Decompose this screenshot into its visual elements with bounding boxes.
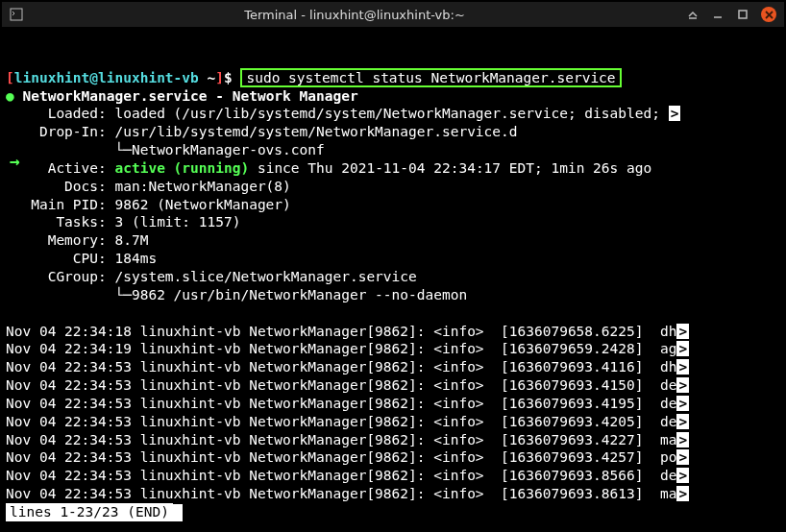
cgroup-line-2: └─9862 /usr/bin/NetworkManager --no-daem… xyxy=(6,287,467,302)
unit-header: NetworkManager.service - Network Manager xyxy=(14,88,358,104)
scroll-right-indicator: > xyxy=(676,359,689,375)
dropin-line-2: └─NetworkManager-ovs.conf xyxy=(6,142,325,157)
docs-line: Docs: man:NetworkManager(8) xyxy=(6,179,291,194)
prompt-open-bracket: [ xyxy=(6,70,14,85)
log-line: Nov 04 22:34:53 linuxhint-vb NetworkMana… xyxy=(6,414,676,429)
pager-status-line: lines 1-23/23 (END) xyxy=(6,503,173,521)
scroll-right-indicator: > xyxy=(676,341,689,356)
log-line: Nov 04 22:34:19 linuxhint-vb NetworkMana… xyxy=(6,341,676,356)
prompt-user-host: linuxhint@linuxhint-vb xyxy=(14,70,199,85)
close-icon[interactable] xyxy=(761,7,776,22)
log-line: Nov 04 22:34:53 linuxhint-vb NetworkMana… xyxy=(6,486,676,501)
cpu-line: CPU: 184ms xyxy=(6,251,157,266)
svg-rect-0 xyxy=(11,9,22,20)
highlighted-command: sudo systemctl status NetworkManager.ser… xyxy=(240,68,621,87)
scroll-right-indicator: > xyxy=(676,324,689,339)
tasks-line: Tasks: 3 (limit: 1157) xyxy=(6,214,240,230)
pager-cursor xyxy=(173,504,183,521)
dropin-line-1: Drop-In: /usr/lib/systemd/system/Network… xyxy=(6,124,518,139)
cgroup-line-1: CGroup: /system.slice/NetworkManager.ser… xyxy=(6,269,417,284)
scroll-right-indicator: > xyxy=(676,377,689,393)
scroll-right-indicator: > xyxy=(676,414,689,429)
scroll-right-indicator: > xyxy=(676,396,689,411)
log-line: Nov 04 22:34:53 linuxhint-vb NetworkMana… xyxy=(6,359,676,375)
log-line: Nov 04 22:34:53 linuxhint-vb NetworkMana… xyxy=(6,432,676,447)
loaded-line: Loaded: loaded (/usr/lib/systemd/system/… xyxy=(6,106,669,121)
scroll-right-indicator: > xyxy=(676,449,689,465)
svg-rect-3 xyxy=(739,11,747,18)
maximize-icon[interactable] xyxy=(736,8,749,21)
prompt-dollar: $ xyxy=(224,70,240,85)
prompt-close-bracket: ] xyxy=(215,70,224,85)
terminal-app-icon xyxy=(10,8,23,21)
window-title: Terminal - linuxhint@linuxhint-vb:~ xyxy=(23,8,686,22)
active-label: Active: xyxy=(6,160,115,176)
active-status-value: active (running) xyxy=(115,160,250,176)
minimize-icon[interactable] xyxy=(711,8,725,21)
active-rest: since Thu 2021-11-04 22:34:17 EDT; 1min … xyxy=(249,160,651,176)
terminal-viewport[interactable]: → [linuxhint@linuxhint-vb ~]$ sudo syste… xyxy=(2,27,784,530)
log-line: Nov 04 22:34:53 linuxhint-vb NetworkMana… xyxy=(6,468,676,483)
scroll-right-indicator: > xyxy=(669,106,681,121)
log-line: Nov 04 22:34:53 linuxhint-vb NetworkMana… xyxy=(6,449,676,465)
prompt-tilde: ~ xyxy=(199,70,215,85)
keep-above-icon[interactable] xyxy=(686,8,700,21)
main-pid-line: Main PID: 9862 (NetworkManager) xyxy=(6,197,291,212)
memory-line: Memory: 8.7M xyxy=(6,232,148,248)
status-bullet-icon: ● xyxy=(6,88,14,104)
scroll-right-indicator: > xyxy=(676,432,689,447)
log-line: Nov 04 22:34:18 linuxhint-vb NetworkMana… xyxy=(6,324,676,339)
window-titlebar: Terminal - linuxhint@linuxhint-vb:~ xyxy=(2,2,784,27)
scroll-right-indicator: > xyxy=(676,486,689,501)
shell-prompt: [linuxhint@linuxhint-vb ~]$ xyxy=(6,70,240,85)
log-line: Nov 04 22:34:53 linuxhint-vb NetworkMana… xyxy=(6,396,676,411)
scroll-right-indicator: > xyxy=(676,468,689,483)
log-line: Nov 04 22:34:53 linuxhint-vb NetworkMana… xyxy=(6,377,676,393)
